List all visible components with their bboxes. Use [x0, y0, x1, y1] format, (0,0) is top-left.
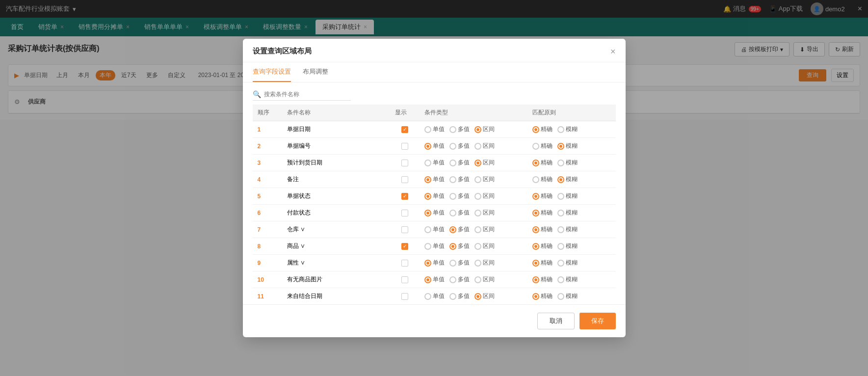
dialog-tab-bar: 查询字段设置 布局调整: [243, 62, 626, 82]
dialog-tab-layout[interactable]: 布局调整: [303, 62, 328, 82]
dialog-tab-query-fields-label: 查询字段设置: [253, 68, 291, 75]
search-box: 🔍: [253, 88, 351, 101]
settings-dialog: 设置查询区域布局 × 查询字段设置 布局调整 🔍 顺序: [243, 39, 626, 120]
dialog-title: 设置查询区域布局: [253, 47, 312, 56]
dialog-search-area: 🔍: [243, 82, 626, 105]
search-icon: 🔍: [253, 90, 261, 98]
dialog-close-btn[interactable]: ×: [610, 47, 616, 56]
dialog-overlay: 设置查询区域布局 × 查询字段设置 布局调整 🔍 顺序: [0, 0, 868, 120]
th-display: 显示: [390, 105, 420, 120]
dialog-header: 设置查询区域布局 ×: [243, 39, 626, 62]
search-input[interactable]: [264, 91, 351, 98]
th-match: 匹配原则: [527, 105, 616, 120]
th-name: 条件名称: [282, 105, 390, 120]
dialog-tab-query-fields[interactable]: 查询字段设置: [253, 62, 291, 82]
dialog-body: 顺序 条件名称 显示 条件类型 匹配原则 1单据日期单值多值区间精确模糊2单据编…: [243, 105, 626, 120]
th-type: 条件类型: [420, 105, 527, 120]
conditions-table: 顺序 条件名称 显示 条件类型 匹配原则 1单据日期单值多值区间精确模糊2单据编…: [253, 105, 616, 120]
dialog-tab-layout-label: 布局调整: [303, 68, 328, 75]
th-order: 顺序: [253, 105, 282, 120]
